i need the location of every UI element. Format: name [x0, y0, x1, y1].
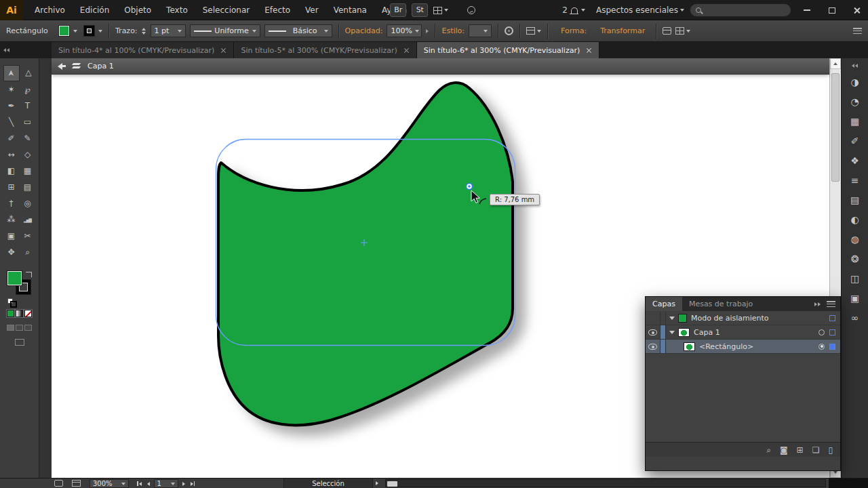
stroke-weight-field[interactable]: 1 pt [151, 24, 186, 37]
eyedropper-tool[interactable]: † [3, 195, 20, 211]
search-input[interactable] [690, 3, 791, 17]
arrange-documents-button[interactable] [433, 7, 448, 14]
mesh-tool[interactable]: ⊞ [3, 179, 20, 195]
gradient-button[interactable] [16, 310, 23, 317]
delete-icon[interactable]: ▯ [828, 445, 833, 455]
visibility-toggle[interactable] [646, 325, 660, 339]
collapse-panel-icon[interactable] [814, 302, 821, 306]
visibility-column[interactable] [646, 311, 660, 325]
artboards-panel-icon[interactable]: ▣ [842, 288, 868, 308]
close-tab-icon[interactable] [586, 47, 592, 54]
brushes-panel-icon[interactable]: ✐ [842, 131, 868, 150]
workspace-switcher[interactable]: Aspectos esenciales [596, 5, 684, 15]
locate-object-icon[interactable]: ⌕ [766, 445, 771, 455]
tab-mesas-de-trabajo[interactable]: Mesas de trabajo [682, 297, 760, 311]
zoom-level-dropdown[interactable]: 300% [90, 479, 129, 488]
menu-objeto[interactable]: Objeto [117, 0, 159, 20]
panel-menu-icon[interactable] [827, 301, 835, 307]
layer-row-isolation-mode[interactable]: Modo de aislamiento [646, 311, 840, 325]
menu-texto[interactable]: Texto [159, 0, 195, 20]
select-similar-button[interactable] [675, 27, 690, 35]
swap-fill-stroke-icon[interactable] [26, 272, 32, 277]
isolate-object-button[interactable] [663, 27, 671, 35]
green-wave-shape[interactable] [218, 83, 513, 425]
rectangle-tool[interactable]: ▭ [20, 114, 36, 130]
stroke-weight-stepper[interactable] [142, 28, 146, 35]
share-button[interactable] [467, 6, 475, 14]
close-tab-icon[interactable] [403, 47, 410, 54]
draw-normal-button[interactable] [7, 325, 14, 331]
first-artboard-button[interactable] [136, 481, 143, 486]
artboard-tool[interactable]: ▣ [3, 228, 20, 244]
last-artboard-button[interactable] [189, 481, 197, 486]
menu-efecto[interactable]: Efecto [257, 0, 298, 20]
disclosure-triangle-icon[interactable] [669, 317, 675, 320]
layer-thumbnail[interactable] [678, 328, 690, 337]
selection-square-icon[interactable] [829, 315, 835, 321]
selection-tool[interactable]: ➤ [3, 65, 20, 81]
gradient-panel-icon[interactable]: ▤ [842, 190, 868, 209]
previous-artboard-button[interactable] [146, 482, 151, 486]
slice-tool[interactable]: ✂ [20, 228, 36, 244]
tab-capas[interactable]: Capas [646, 297, 682, 311]
width-tool[interactable]: ↔ [3, 146, 20, 163]
color-panel-icon[interactable]: ◑ [842, 72, 868, 92]
new-sublayer-icon[interactable]: ⊞ [797, 445, 804, 455]
width-profile-dropdown[interactable]: Uniforme [190, 24, 260, 37]
target-circle-icon[interactable] [818, 329, 825, 336]
object-thumbnail[interactable] [684, 342, 695, 351]
color-button[interactable] [7, 310, 14, 317]
document-setup-button[interactable] [526, 27, 541, 35]
line-segment-tool[interactable]: ╲ [3, 114, 20, 130]
fill-swatch[interactable] [7, 271, 22, 285]
fill-color-swatch[interactable] [59, 26, 69, 36]
visibility-toggle[interactable] [646, 340, 660, 353]
links-panel-icon[interactable]: ∞ [842, 308, 868, 327]
layers-panel-icon[interactable]: ◫ [842, 268, 868, 288]
symbol-sprayer-tool[interactable]: ⁂ [3, 211, 20, 228]
lasso-tool[interactable]: ℘ [20, 81, 36, 98]
menu-ventana[interactable]: Ventana [326, 0, 374, 20]
shape-builder-tool[interactable]: ◧ [3, 163, 20, 179]
perspective-grid-tool[interactable]: ▦ [20, 163, 36, 179]
artboard-nav-icon[interactable] [54, 480, 63, 487]
free-transform-tool[interactable]: ◇ [20, 146, 36, 163]
paintbrush-tool[interactable]: ✐ [3, 130, 20, 146]
recolor-artwork-icon[interactable] [505, 26, 513, 35]
new-layer-icon[interactable]: ❏ [812, 445, 820, 455]
transparency-panel-icon[interactable]: ◐ [842, 209, 868, 229]
fill-dropdown-icon[interactable] [73, 30, 77, 33]
opacity-flyout-icon[interactable] [426, 29, 429, 33]
stroke-dropdown-icon[interactable] [98, 30, 102, 33]
graphic-styles-panel-icon[interactable]: ❂ [842, 249, 868, 268]
symbols-panel-icon[interactable]: ❖ [842, 150, 868, 170]
make-clipping-mask-icon[interactable]: ◙ [780, 445, 788, 455]
horizontal-scrollbar[interactable] [385, 479, 826, 487]
menu-archivo[interactable]: Archivo [27, 0, 73, 20]
menu-seleccionar[interactable]: Seleccionar [195, 0, 257, 20]
draw-behind-button[interactable] [16, 325, 23, 331]
document-tab-3[interactable]: Sin título-6* al 300% (CMYK/Previsualiza… [417, 42, 599, 58]
close-button[interactable] [847, 0, 867, 20]
type-tool[interactable]: T [20, 98, 36, 114]
layer-row-capa-1[interactable]: Capa 1 [646, 325, 840, 340]
shape-link[interactable]: Forma: [561, 26, 587, 35]
pencil-tool[interactable]: ✎ [20, 130, 36, 146]
bridge-button[interactable]: Br [390, 3, 406, 17]
expand-panels-button[interactable] [852, 61, 858, 70]
hand-tool[interactable]: ✥ [3, 244, 20, 260]
brush-definition-dropdown[interactable]: Básico [264, 24, 332, 37]
exit-isolation-button[interactable] [58, 63, 66, 70]
swatches-panel-icon[interactable]: ▦ [842, 111, 868, 131]
default-fill-stroke-icon[interactable] [7, 298, 13, 304]
style-label[interactable]: Estilo: [441, 26, 465, 35]
selection-square-icon[interactable] [829, 329, 835, 336]
document-status-icon[interactable] [72, 480, 81, 487]
gradient-tool[interactable]: ▤ [20, 179, 36, 195]
direct-selection-tool[interactable]: ▷ [20, 65, 36, 81]
layer-row-rectangulo[interactable]: <Rectángulo> [646, 340, 840, 354]
none-button[interactable] [24, 310, 32, 317]
minimize-button[interactable] [797, 0, 816, 20]
restore-button[interactable] [822, 0, 842, 20]
scroll-up-button[interactable] [830, 58, 841, 69]
